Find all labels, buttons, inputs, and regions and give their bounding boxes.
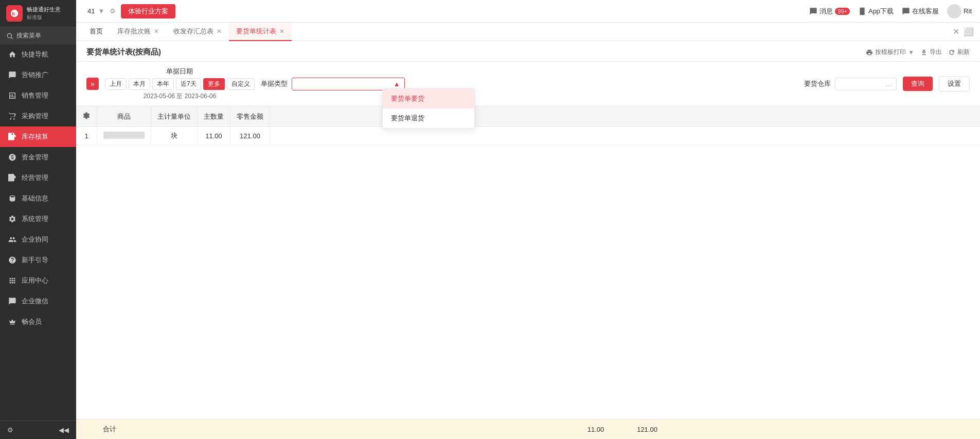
chart-icon <box>7 90 17 101</box>
sidebar-item-enterprise[interactable]: 企业协同 <box>0 229 76 250</box>
nav-label-enterprise: 企业协同 <box>22 235 48 244</box>
date-btn-this-month[interactable]: 本月 <box>129 78 150 90</box>
sidebar-item-purchase[interactable]: 采购管理 <box>0 106 76 126</box>
tab-order-summary[interactable]: 要货单统计表 ✕ <box>229 23 292 41</box>
megaphone-icon <box>7 70 17 80</box>
briefcase-icon <box>7 173 17 183</box>
page-header: 要货单统计表(按商品) 按模板打印 ▼ 导出 刷新 <box>76 41 980 62</box>
crown-icon <box>7 317 17 327</box>
collapse-btn[interactable]: ◀◀ <box>59 426 69 434</box>
date-btn-7days[interactable]: 近7天 <box>176 78 201 90</box>
logo-title: 畅捷通好生意 <box>27 6 61 13</box>
topbar-settings-icon[interactable]: ⚙ <box>110 7 116 15</box>
query-btn[interactable]: 查询 <box>903 77 933 91</box>
box-icon <box>7 132 17 142</box>
tab-order-summary-close[interactable]: ✕ <box>279 28 284 35</box>
close-all-icon[interactable]: ✕ <box>953 27 959 36</box>
nav-label-purchase: 采购管理 <box>22 112 48 121</box>
expand-btn[interactable]: » <box>86 78 99 90</box>
dropdown-arrow[interactable]: ▼ <box>98 7 104 15</box>
print-btn[interactable]: 按模板打印 ▼ <box>866 48 914 57</box>
sidebar-item-sales[interactable]: 销售管理 <box>0 85 76 106</box>
col-amount: 零售金额 <box>230 106 270 127</box>
nav-label-sales: 销售管理 <box>22 91 48 100</box>
topbar-left: 41 ▼ ⚙ 体验行业方案 <box>84 4 809 19</box>
online-service-label: 在线客服 <box>912 7 939 16</box>
export-label: 导出 <box>930 48 942 57</box>
home-icon <box>7 49 17 60</box>
sidebar-item-operations[interactable]: 经营管理 <box>0 168 76 188</box>
nav-label-system: 系统管理 <box>22 214 48 224</box>
tabbar: 首页 库存批次账 ✕ 收发存汇总表 ✕ 要货单统计表 ✕ ✕ ⬜ <box>76 23 980 41</box>
sidebar-nav: 快捷导航 营销推广 销售管理 采购管理 库存核算 <box>0 44 76 420</box>
date-btn-custom[interactable]: 自定义 <box>227 78 255 90</box>
export-btn[interactable]: 导出 <box>920 48 942 57</box>
trial-btn[interactable]: 体验行业方案 <box>121 4 175 19</box>
app-download-btn[interactable]: App下载 <box>858 7 894 16</box>
page-content: 要货单统计表(按商品) 按模板打印 ▼ 导出 刷新 » <box>76 41 980 439</box>
logo-text-block: 畅捷通好生意 标准版 <box>27 6 61 21</box>
sidebar-logo: b 畅捷通好生意 标准版 <box>0 0 76 27</box>
database-icon <box>7 193 17 204</box>
sidebar: b 畅捷通好生意 标准版 搜索菜单 快捷导航 营销推广 销售管理 <box>0 0 76 439</box>
refresh-label: 刷新 <box>957 48 970 57</box>
product-blurred <box>103 132 145 139</box>
tab-receive-summary-close[interactable]: ✕ <box>217 28 222 35</box>
settings-btn[interactable]: 设置 <box>939 76 970 92</box>
nav-label-basic: 基础信息 <box>22 194 48 203</box>
sidebar-search[interactable]: 搜索菜单 <box>0 27 76 44</box>
settings-icon[interactable]: ⚙ <box>7 426 13 434</box>
col-product: 商品 <box>97 106 151 127</box>
company-number: 41 <box>87 7 95 15</box>
nav-label-guide: 新手引导 <box>22 255 48 265</box>
sidebar-item-appstore[interactable]: 应用中心 <box>0 270 76 291</box>
cell-unit: 块 <box>151 127 198 145</box>
messages-label: 消息 <box>819 7 833 16</box>
nav-label-finance: 资金管理 <box>22 153 48 162</box>
user-avatar <box>947 4 961 19</box>
print-label: 按模板打印 <box>875 48 906 57</box>
warehouse-more-icon: … <box>885 80 892 88</box>
cell-empty <box>270 127 981 145</box>
type-dropdown: 要货单要货 要货单退货 <box>382 88 475 129</box>
apps-icon <box>7 276 17 286</box>
user-name: Rit <box>964 7 972 15</box>
refresh-btn[interactable]: 刷新 <box>948 48 970 57</box>
sidebar-item-member[interactable]: 畅会员 <box>0 312 76 332</box>
sidebar-item-system[interactable]: 系统管理 <box>0 209 76 229</box>
sidebar-item-finance[interactable]: 资金管理 <box>0 147 76 168</box>
cell-product <box>97 127 151 145</box>
filter-bar: » 单据日期 上月 本月 本年 近7天 更多 自定义 2023-05-06 至 … <box>76 62 980 106</box>
nav-label-member: 畅会员 <box>22 317 42 326</box>
wechat-icon <box>7 296 17 306</box>
dropdown-item-order-return[interactable]: 要货单退货 <box>383 108 474 128</box>
user-profile[interactable]: Rit <box>947 4 972 19</box>
tab-home[interactable]: 首页 <box>82 23 110 41</box>
date-btn-last-month[interactable]: 上月 <box>105 78 127 90</box>
sidebar-item-shortcut[interactable]: 快捷导航 <box>0 44 76 65</box>
tab-inventory-batch-close[interactable]: ✕ <box>154 28 159 35</box>
online-service-btn[interactable]: 在线客服 <box>902 7 939 16</box>
col-unit: 主计量单位 <box>151 106 198 127</box>
date-btn-this-year[interactable]: 本年 <box>152 78 174 90</box>
page-title: 要货单统计表(按商品) <box>86 47 161 57</box>
cell-amount: 121.00 <box>230 127 270 145</box>
sidebar-item-marketing[interactable]: 营销推广 <box>0 65 76 85</box>
sidebar-item-wechat[interactable]: 企业微信 <box>0 291 76 312</box>
money-icon <box>7 152 17 162</box>
warehouse-group: 要货仓库 … <box>804 78 897 90</box>
date-btn-more[interactable]: 更多 <box>203 78 225 90</box>
maximize-icon[interactable]: ⬜ <box>964 27 974 36</box>
col-settings[interactable] <box>76 106 97 127</box>
nav-label-marketing: 营销推广 <box>22 70 48 80</box>
sidebar-item-guide[interactable]: 新手引导 <box>0 250 76 270</box>
dropdown-item-order-goods[interactable]: 要货单要货 <box>383 89 474 108</box>
tab-receive-summary[interactable]: 收发存汇总表 ✕ <box>166 23 229 41</box>
warehouse-input[interactable]: … <box>835 78 897 90</box>
data-table: 商品 主计量单位 主数量 零售金额 1 块 11.00 <box>76 106 980 145</box>
tab-inventory-batch[interactable]: 库存批次账 ✕ <box>110 23 166 41</box>
sidebar-item-basic[interactable]: 基础信息 <box>0 188 76 209</box>
messages-btn[interactable]: 消息 99+ <box>809 7 850 16</box>
sidebar-item-inventory[interactable]: 库存核算 <box>0 126 76 147</box>
search-menu-label: 搜索菜单 <box>16 31 41 40</box>
